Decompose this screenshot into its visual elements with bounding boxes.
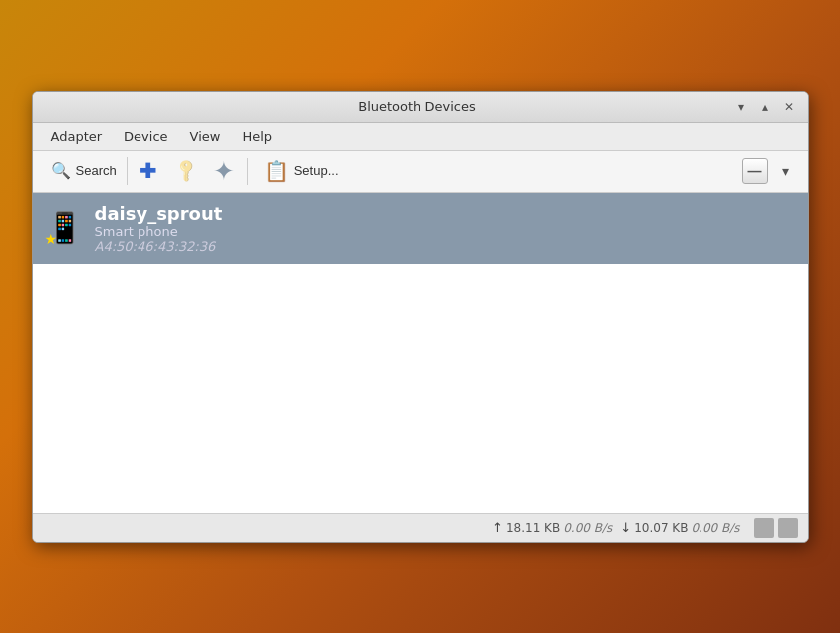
device-mac: A4:50:46:43:32:36 [95, 239, 223, 254]
status-icon-1 [754, 518, 774, 538]
add-icon: ✚ [140, 159, 156, 183]
device-list: 📱 ★ daisy_sprout Smart phone A4:50:46:43… [33, 193, 808, 513]
menu-adapter[interactable]: Adapter [41, 126, 113, 147]
menu-bar: Adapter Device View Help [33, 123, 808, 151]
toolbar-separator [247, 158, 248, 185]
trusted-star-icon: ★ [45, 231, 58, 247]
status-bar: ↑ 18.11 KB 0.00 B/s ↓ 10.07 KB 0.00 B/s [33, 513, 808, 542]
download-speed: 0.00 B/s [691, 521, 739, 535]
device-type: Smart phone [95, 224, 223, 239]
bluetooth-star-button[interactable]: ✦ [207, 155, 241, 188]
toolbar: 🔍 Search ✚ 🔑 ✦ 📋 Setup... — ▾ [33, 151, 808, 193]
minimize-button[interactable]: ▾ [732, 98, 750, 116]
search-icon: 🔍 [51, 161, 71, 180]
pair-button[interactable]: 🔑 [169, 155, 203, 188]
download-stats: ↓ 10.07 KB 0.00 B/s [620, 520, 739, 535]
menu-view[interactable]: View [180, 126, 231, 147]
minus-icon: — [748, 163, 762, 179]
window-title: Bluetooth Devices [103, 99, 732, 114]
download-arrow-icon: ↓ [620, 520, 631, 535]
status-icon-2 [778, 518, 798, 538]
add-device-button[interactable]: ✚ [132, 155, 165, 188]
upload-speed: 0.00 B/s [563, 521, 612, 535]
dropdown-arrow-icon: ▾ [782, 163, 789, 179]
upload-arrow-icon: ↑ [492, 520, 503, 535]
dropdown-button[interactable]: ▾ [772, 158, 800, 185]
key-icon: 🔑 [172, 158, 200, 185]
device-name: daisy_sprout [95, 203, 223, 224]
remove-button[interactable]: — [742, 158, 768, 184]
device-icon-group: 📱 ★ [47, 213, 83, 243]
menu-device[interactable]: Device [114, 126, 177, 147]
device-list-empty-area [33, 264, 808, 513]
search-button[interactable]: 🔍 Search [41, 157, 128, 185]
device-info: daisy_sprout Smart phone A4:50:46:43:32:… [95, 203, 223, 254]
download-size: 10.07 KB [634, 521, 688, 535]
device-item[interactable]: 📱 ★ daisy_sprout Smart phone A4:50:46:43… [33, 193, 808, 264]
bluetooth-devices-window: Bluetooth Devices ▾ ▴ ✕ Adapter Device V… [32, 91, 809, 543]
maximize-button[interactable]: ▴ [756, 98, 774, 116]
window-controls: ▾ ▴ ✕ [732, 98, 798, 116]
status-icon-group [754, 518, 798, 538]
search-label: Search [76, 163, 117, 178]
title-bar: Bluetooth Devices ▾ ▴ ✕ [33, 92, 808, 123]
setup-button[interactable]: 📋 Setup... [254, 155, 349, 188]
upload-stats: ↑ 18.11 KB 0.00 B/s [492, 520, 612, 535]
menu-help[interactable]: Help [232, 126, 282, 147]
bluetooth-star-icon: ✦ [213, 158, 235, 184]
setup-label: Setup... [294, 163, 339, 178]
setup-icon: 📋 [264, 159, 289, 183]
close-button[interactable]: ✕ [780, 98, 798, 116]
upload-size: 18.11 KB [506, 521, 560, 535]
